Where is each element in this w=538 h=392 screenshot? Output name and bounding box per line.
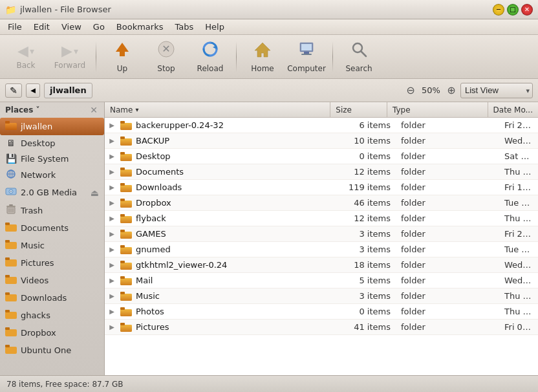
minimize-button[interactable]: ─ bbox=[493, 4, 504, 16]
svg-rect-34 bbox=[5, 259, 17, 267]
sidebar-item-trash[interactable]: Trash bbox=[0, 201, 104, 219]
sidebar-item-videos[interactable]: Videos bbox=[0, 272, 104, 289]
svg-rect-69 bbox=[120, 199, 125, 201]
menu-file[interactable]: File bbox=[3, 21, 27, 33]
stop-button[interactable]: ✕ Stop bbox=[145, 38, 187, 76]
menu-tabs[interactable]: Tabs bbox=[169, 21, 199, 33]
menu-edit[interactable]: Edit bbox=[28, 21, 55, 33]
expand-arrow-8[interactable]: ▶ bbox=[107, 246, 116, 253]
sidebar-item-documents[interactable]: Documents bbox=[0, 219, 104, 237]
jlwallen-label: jlwallen bbox=[21, 122, 52, 131]
table-row[interactable]: ▶ BACKUP 10 items folder Wed 21 bbox=[105, 133, 538, 149]
file-system-icon: 💾 bbox=[5, 153, 17, 164]
address-edit-button[interactable]: ✎ bbox=[5, 83, 22, 98]
toolbar: ◀ ▾ Back ▶ ▾ Forward Up ✕ Stop bbox=[0, 35, 538, 79]
table-row[interactable]: ▶ gtkhtml2_viewer-0.24 18 items folder W… bbox=[105, 257, 538, 273]
media-eject-button[interactable]: ⏏ bbox=[91, 188, 99, 198]
maximize-button[interactable]: □ bbox=[507, 4, 519, 16]
sidebar-item-pictures[interactable]: Pictures bbox=[0, 254, 104, 272]
table-row[interactable]: ▶ Pictures 41 items folder Fri 09 O bbox=[105, 320, 538, 335]
sidebar-item-ubuntu-one[interactable]: Ubuntu One bbox=[0, 342, 104, 359]
expand-arrow-9[interactable]: ▶ bbox=[107, 261, 116, 268]
table-row[interactable]: ▶ Music 3 items folder Thu 20 A bbox=[105, 289, 538, 304]
places-close-button[interactable]: ✕ bbox=[89, 105, 99, 115]
folder-icon-5 bbox=[120, 199, 132, 208]
folder-icon-3 bbox=[120, 168, 132, 177]
expand-arrow-12[interactable]: ▶ bbox=[107, 308, 116, 315]
sidebar-item-jlwallen[interactable]: jlwallen bbox=[0, 118, 104, 135]
table-row[interactable]: ▶ backerupper-0.24-32 6 items folder Fri… bbox=[105, 118, 538, 133]
expand-arrow-1[interactable]: ▶ bbox=[107, 137, 116, 144]
back-button[interactable]: ◀ ▾ Back bbox=[5, 38, 47, 76]
sidebar-item-ghacks[interactable]: ghacks bbox=[0, 307, 104, 324]
file-system-label: File System bbox=[21, 154, 69, 164]
address-back-button[interactable]: ◀ bbox=[26, 83, 40, 98]
table-row[interactable]: ▶ Documents 12 items folder Thu 15 O bbox=[105, 164, 538, 180]
toolbar-separator-1 bbox=[96, 41, 96, 72]
view-selector[interactable]: List View Icon View Compact View bbox=[460, 83, 533, 98]
expand-arrow-6[interactable]: ▶ bbox=[107, 215, 116, 222]
cell-date-10: Wed 29 bbox=[499, 276, 538, 285]
menu-go[interactable]: Go bbox=[88, 21, 110, 33]
folder-icon-8 bbox=[120, 245, 132, 254]
svg-rect-72 bbox=[120, 214, 125, 217]
table-row[interactable]: ▶ Desktop 0 items folder Sat 26 S bbox=[105, 149, 538, 164]
reload-button[interactable]: Reload bbox=[189, 38, 231, 76]
table-row[interactable]: ▶ Mail 5 items folder Wed 29 bbox=[105, 273, 538, 289]
places-header: Places ˅ ✕ bbox=[0, 102, 104, 118]
close-button[interactable]: ✕ bbox=[521, 4, 533, 16]
table-row[interactable]: ▶ Photos 0 items folder Thu 17 S bbox=[105, 304, 538, 320]
svg-rect-36 bbox=[5, 257, 10, 260]
table-row[interactable]: ▶ GAMES 3 items folder Fri 28 A bbox=[105, 226, 538, 242]
expand-arrow-5[interactable]: ▶ bbox=[107, 199, 116, 206]
expand-arrow-10[interactable]: ▶ bbox=[107, 277, 116, 284]
expand-arrow-0[interactable]: ▶ bbox=[107, 122, 116, 129]
table-row[interactable]: ▶ Dropbox 46 items folder Tue 15 S bbox=[105, 195, 538, 211]
up-button[interactable]: Up bbox=[102, 38, 143, 76]
menu-help[interactable]: Help bbox=[200, 21, 230, 33]
expand-arrow-13[interactable]: ▶ bbox=[107, 323, 116, 331]
column-header-size[interactable]: Size bbox=[330, 102, 387, 117]
expand-arrow-2[interactable]: ▶ bbox=[107, 153, 116, 160]
table-row[interactable]: ▶ Downloads 119 items folder Fri 16 O bbox=[105, 180, 538, 195]
sidebar-item-desktop[interactable]: 🖥Desktop bbox=[0, 135, 104, 151]
forward-button[interactable]: ▶ ▾ Forward bbox=[49, 38, 91, 76]
folder-icon-11 bbox=[120, 292, 132, 301]
menu-view[interactable]: View bbox=[56, 21, 87, 33]
cell-name-0: ▶ backerupper-0.24-32 bbox=[105, 120, 338, 130]
table-row[interactable]: ▶ flyback 12 items folder Thu 08 O bbox=[105, 211, 538, 226]
sidebar-item-file-system[interactable]: 💾File System bbox=[0, 151, 104, 166]
sidebar-item-dropbox[interactable]: Dropbox bbox=[0, 324, 104, 342]
expand-arrow-11[interactable]: ▶ bbox=[107, 292, 116, 299]
search-button[interactable]: Search bbox=[338, 38, 380, 76]
home-button[interactable]: Home bbox=[242, 38, 283, 76]
column-header-type[interactable]: Type bbox=[387, 102, 488, 117]
expand-arrow-7[interactable]: ▶ bbox=[107, 230, 116, 237]
folder-icon-9 bbox=[120, 261, 132, 270]
cell-date-9: Wed 29 bbox=[499, 260, 538, 270]
cell-name-11: ▶ Music bbox=[105, 291, 338, 301]
cell-type-2: folder bbox=[396, 151, 499, 161]
col-name-label: Name bbox=[110, 105, 133, 114]
column-header-name[interactable]: Name ▾ bbox=[105, 102, 330, 117]
sidebar-item-network[interactable]: Network bbox=[0, 166, 104, 184]
cell-size-11: 3 items bbox=[338, 291, 396, 301]
expand-arrow-3[interactable]: ▶ bbox=[107, 168, 116, 175]
svg-rect-13 bbox=[5, 123, 17, 130]
sidebar-item-media[interactable]: 2.0 GB Media⏏ bbox=[0, 184, 104, 201]
menu-bookmarks[interactable]: Bookmarks bbox=[111, 21, 169, 33]
sidebar-item-music[interactable]: Music bbox=[0, 237, 104, 254]
downloads-label: Downloads bbox=[21, 293, 67, 303]
table-row[interactable]: ▶ gnumed 3 items folder Tue 20 O bbox=[105, 242, 538, 257]
status-bar: 78 items, Free space: 87.7 GB bbox=[0, 375, 538, 392]
computer-button[interactable]: Computer bbox=[286, 38, 327, 76]
file-rows-container: ▶ backerupper-0.24-32 6 items folder Fri… bbox=[105, 118, 538, 335]
sidebar-item-downloads[interactable]: Downloads bbox=[0, 289, 104, 307]
zoom-in-button[interactable]: ⊕ bbox=[445, 84, 458, 97]
main-content: Places ˅ ✕ jlwallen🖥Desktop💾File SystemN… bbox=[0, 102, 538, 375]
expand-arrow-4[interactable]: ▶ bbox=[107, 184, 116, 191]
cell-date-7: Fri 28 A bbox=[499, 229, 538, 239]
column-header-date[interactable]: Date Mo... bbox=[488, 102, 538, 117]
cell-type-7: folder bbox=[396, 229, 499, 239]
zoom-out-button[interactable]: ⊖ bbox=[404, 84, 417, 97]
